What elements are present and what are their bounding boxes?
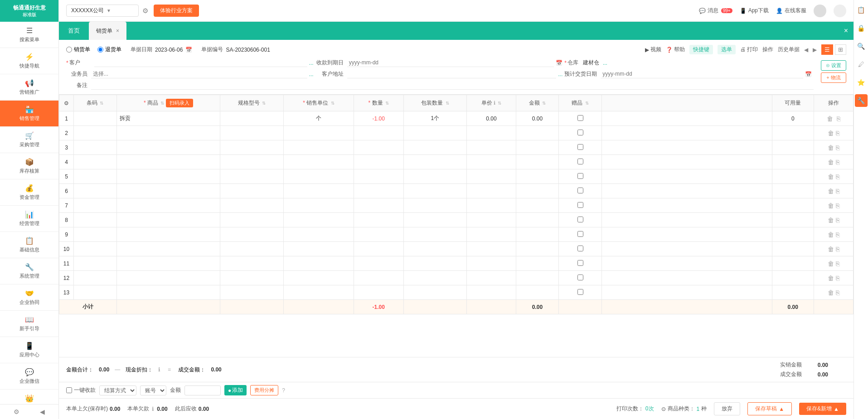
payment-due-calendar-icon[interactable]: 📅 <box>554 60 564 66</box>
row-product[interactable]: 拆贡 <box>116 111 220 126</box>
row-quantity[interactable] <box>354 126 403 140</box>
warehouse-more-btn[interactable]: ... <box>601 60 609 66</box>
row-price[interactable] <box>467 126 516 140</box>
del-btn[interactable]: 🗑 <box>828 260 834 267</box>
select-btn[interactable]: 选单 <box>718 45 736 54</box>
copy-btn[interactable]: ⎘ <box>836 144 839 151</box>
customer-more-btn[interactable]: ... <box>307 60 315 66</box>
return-order-radio[interactable]: 退货单 <box>97 46 121 53</box>
user-avatar[interactable] <box>814 5 826 17</box>
settings-button[interactable]: ⊙ 设置 <box>821 60 846 71</box>
row-barcode[interactable] <box>74 111 117 126</box>
trial-button[interactable]: 体验行业方案 <box>154 5 199 17</box>
date-calendar-icon[interactable]: 📅 <box>185 47 192 53</box>
one-click-payment[interactable]: 一键收款 <box>66 386 96 394</box>
settlement-method-select[interactable]: 结算方式 <box>99 385 136 395</box>
row-delete-btn[interactable]: 🗑 <box>827 115 833 122</box>
del-btn[interactable]: 🗑 <box>828 289 834 296</box>
cash-discount-info-icon[interactable]: ℹ <box>158 366 160 373</box>
logistics-button[interactable]: + 物流 <box>821 72 846 83</box>
row-gift[interactable] <box>559 126 602 140</box>
product-types-value[interactable]: 1 <box>697 406 700 412</box>
table-wrapper[interactable]: ⚙ 条码 ⇅ * 商品 ⇅ 扫码录入 规格型号 <box>59 95 853 357</box>
col-amount-sort-icon[interactable]: ⇅ <box>542 101 546 106</box>
sidebar-item-system[interactable]: 🔧 系统管理 <box>0 258 58 284</box>
row-unit[interactable]: 个 <box>284 111 354 126</box>
customer-address-more-btn[interactable]: ... <box>556 71 564 77</box>
right-panel-icon-6[interactable]: 🔧 <box>855 94 868 107</box>
gift-cb[interactable] <box>577 231 583 237</box>
copy-btn[interactable]: ⎘ <box>836 217 839 224</box>
payment-due-input[interactable] <box>347 58 554 67</box>
user-avatar-extra[interactable] <box>834 5 846 17</box>
col-price-sort-icon[interactable]: ⇅ <box>498 101 501 106</box>
copy-btn[interactable]: ⎘ <box>836 231 839 238</box>
row-unit[interactable] <box>284 126 354 140</box>
del-btn[interactable]: 🗑 <box>828 144 834 151</box>
copy-btn[interactable]: ⎘ <box>836 159 839 166</box>
list-view-btn[interactable]: ☰ <box>821 44 833 55</box>
gift-cb[interactable] <box>577 188 583 193</box>
history-btn[interactable]: 历史单据 <box>778 46 800 53</box>
gift-cb[interactable] <box>577 289 583 295</box>
print-btn[interactable]: 🖨 打印 <box>740 46 758 53</box>
fee-split-btn[interactable]: 费用分摊 <box>250 385 278 395</box>
print-count-value[interactable]: 0次 <box>645 405 654 413</box>
tab-home[interactable]: 首页 <box>59 22 89 40</box>
col-price-info-icon[interactable]: ℹ <box>494 100 495 106</box>
grid-view-btn[interactable]: ⊞ <box>835 44 846 55</box>
help-btn[interactable]: ❓ 帮助 <box>666 46 685 53</box>
customer-input[interactable] <box>94 58 307 67</box>
row-amount[interactable] <box>516 126 559 140</box>
copy-btn[interactable]: ⎘ <box>836 202 839 209</box>
sidebar-item-enterprise[interactable]: 🤝 企业协同 <box>0 284 58 311</box>
del-btn[interactable]: 🗑 <box>828 246 834 253</box>
right-panel-icon-5[interactable]: ⭐ <box>855 76 868 89</box>
col-unit-sort-icon[interactable]: ⇅ <box>331 101 335 106</box>
row-quantity[interactable]: -1.00 <box>354 111 403 126</box>
copy-btn[interactable]: ⎘ <box>836 130 839 137</box>
scan-button[interactable]: 扫码录入 <box>166 99 193 107</box>
prev-icon[interactable]: ◀ <box>804 47 808 53</box>
copy-btn[interactable]: ⎘ <box>836 188 839 195</box>
copy-btn[interactable]: ⎘ <box>836 173 839 180</box>
sidebar-item-basics[interactable]: 📋 基础信息 <box>0 232 58 258</box>
video-btn[interactable]: ▶ 视频 <box>645 46 661 53</box>
tab-close-icon[interactable]: × <box>116 28 119 34</box>
tab-bar-close-icon[interactable]: × <box>844 27 848 35</box>
col-pkgqty-sort-icon[interactable]: ⇅ <box>446 101 449 106</box>
sidebar-item-purchase[interactable]: 🛒 采购管理 <box>0 127 58 153</box>
sidebar-item-member[interactable]: 👑 畅会员 <box>0 390 58 404</box>
company-selector[interactable]: XXXXXX公司 ▼ <box>66 5 139 17</box>
tab-sales-order[interactable]: 销货单 × <box>89 22 126 40</box>
del-btn[interactable]: 🗑 <box>828 188 834 195</box>
copy-btn[interactable]: ⎘ <box>836 289 839 296</box>
account-select[interactable]: 账号 <box>140 385 166 395</box>
abandon-button[interactable]: 放弃 <box>714 402 740 415</box>
sidebar-item-operations[interactable]: 📊 经营管理 <box>0 206 58 232</box>
one-click-payment-checkbox[interactable] <box>66 387 72 393</box>
online-service-button[interactable]: 👤 在线客服 <box>776 7 806 14</box>
right-panel-icon-3[interactable]: 🔍 <box>855 40 868 53</box>
save-draft-button[interactable]: 保存草稿 ▲ <box>747 402 792 415</box>
del-btn[interactable]: 🗑 <box>828 231 834 238</box>
row-amount[interactable]: 0.00 <box>516 111 559 126</box>
col-spec-sort-icon[interactable]: ⇅ <box>262 101 266 106</box>
customer-address-input[interactable] <box>347 70 557 78</box>
gift-cb[interactable] <box>577 173 583 179</box>
return-order-radio-input[interactable] <box>97 47 103 53</box>
header-gear-button[interactable]: ⚙ <box>142 7 148 15</box>
next-icon[interactable]: ▶ <box>813 47 817 53</box>
gift-cb[interactable] <box>577 202 583 208</box>
actions-btn[interactable]: 操作 <box>762 46 773 53</box>
row-spec[interactable] <box>220 126 284 140</box>
gift-cb[interactable] <box>577 217 583 222</box>
col-settings-icon[interactable]: ⚙ <box>64 100 69 106</box>
row-gift-checkbox[interactable] <box>577 115 583 121</box>
sales-order-radio[interactable]: 销货单 <box>66 46 90 53</box>
sidebar-item-appstore[interactable]: 📱 应用中心 <box>0 337 58 363</box>
row-gift-checkbox[interactable] <box>577 130 583 135</box>
gift-cb[interactable] <box>577 246 583 251</box>
right-panel-icon-1[interactable]: 📋 <box>855 4 868 16</box>
del-btn[interactable]: 🗑 <box>828 159 834 166</box>
